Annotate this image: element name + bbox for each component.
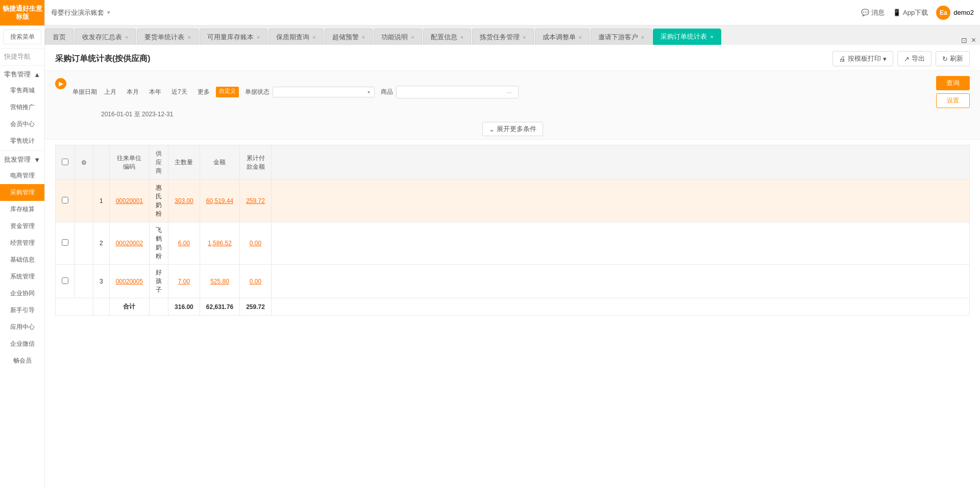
sidebar-item-chang-member[interactable]: 畅会员 (0, 352, 44, 369)
col-header-amount: 金额 (200, 145, 239, 180)
this-month-button[interactable]: 本月 (122, 87, 143, 97)
sidebar-item-purchase[interactable]: 采购管理 (0, 184, 44, 201)
goods-more-icon[interactable]: ··· (504, 88, 514, 96)
tab-close-icon[interactable]: × (125, 34, 128, 40)
select-all-checkbox[interactable] (62, 159, 68, 165)
row-qty[interactable]: 6.00 (168, 222, 200, 265)
query-button[interactable]: 查询 (936, 76, 970, 90)
tab-purchase-order-stats[interactable]: 采购订单统计表 × (653, 29, 721, 45)
footer-empty (56, 298, 93, 316)
expand-more-button[interactable]: ⌄ 展开更多条件 (482, 122, 543, 136)
tab-function-desc[interactable]: 功能说明 × (374, 29, 422, 45)
sidebar-item-retail-mall[interactable]: 零售商城 (0, 82, 44, 99)
row-amount[interactable]: 1,586.52 (200, 222, 239, 265)
sidebar-item-basic-info[interactable]: 基础信息 (0, 251, 44, 268)
user-menu[interactable]: Ea demo2 (936, 6, 974, 20)
sidebar-item-member-center[interactable]: 会员中心 (0, 116, 44, 133)
tab-pick-task[interactable]: 拣货任务管理 × (472, 29, 533, 45)
row-qty[interactable]: 7.00 (168, 265, 200, 298)
search-menu-button[interactable]: 搜索菜单 (3, 30, 41, 44)
col-header-gear[interactable]: ⚙ (75, 145, 93, 180)
tab-invite-downstream[interactable]: 邀请下游客户 × (591, 29, 652, 45)
sidebar-item-enterprise-wechat[interactable]: 企业微信 (0, 336, 44, 352)
tab-available-inventory[interactable]: 可用量库存账本 × (200, 29, 267, 45)
status-select[interactable]: ▾ (273, 87, 375, 97)
refresh-button[interactable]: ↻ 刷新 (936, 51, 970, 66)
tab-close-icon[interactable]: × (312, 34, 315, 40)
sidebar-item-system[interactable]: 系统管理 (0, 268, 44, 285)
tab-close-icon[interactable]: × (460, 34, 463, 40)
settings-button[interactable]: 设置 (936, 93, 970, 108)
sidebar-item-retail-stats[interactable]: 零售统计 (0, 133, 44, 149)
export-button[interactable]: ↗ 导出 (897, 51, 932, 66)
row-paid[interactable]: 0.00 (240, 265, 272, 298)
tab-close-icon[interactable]: × (362, 34, 365, 40)
sidebar-item-finance[interactable]: 资金管理 (0, 218, 44, 235)
col-header-index (93, 145, 110, 180)
row-select-checkbox[interactable] (62, 239, 68, 246)
tab-cost-adjust[interactable]: 成本调整单 × (535, 29, 590, 45)
topbar: 母婴行业演示账套 ▾ 💬 消息 📱 App下载 Ea demo2 (45, 0, 980, 25)
chevron-down-icon: ⌄ (489, 125, 495, 133)
tab-close-icon[interactable]: × (523, 34, 526, 40)
tab-requisition[interactable]: 要货单统计表 × (137, 29, 198, 45)
app-download-button[interactable]: 📱 App下载 (893, 8, 928, 17)
sidebar-item-inventory[interactable]: 库存核算 (0, 201, 44, 218)
tab-close-icon[interactable]: × (411, 34, 414, 40)
sidebar-item-app-center[interactable]: 应用中心 (0, 319, 44, 336)
sidebar-item-ecommerce[interactable]: 电商管理 (0, 167, 44, 184)
row-paid[interactable]: 0.00 (240, 222, 272, 265)
tab-label: 要货单统计表 (144, 33, 184, 42)
row-unit-code[interactable]: 00020005 (109, 265, 149, 298)
refresh-icon: ↻ (942, 55, 948, 63)
tabbar: 首页 收发存汇总表 × 要货单统计表 × 可用量库存账本 × 保质期查询 × 超… (45, 25, 980, 45)
custom-date-tag: 自定义 (216, 87, 239, 97)
sidebar-item-operations[interactable]: 经营管理 (0, 235, 44, 251)
tab-restore-button[interactable]: ⊡ (961, 36, 967, 44)
tab-label: 可用量库存账本 (207, 33, 254, 42)
tab-home[interactable]: 首页 (45, 29, 74, 45)
tab-label: 邀请下游客户 (598, 33, 638, 42)
print-dropdown-icon[interactable]: ▾ (883, 55, 887, 63)
sidebar-item-wholesale[interactable]: 批发管理 ▼ (0, 152, 44, 167)
tab-overstock-warning[interactable]: 超储预警 × (325, 29, 373, 45)
last-month-button[interactable]: 上月 (100, 87, 120, 97)
message-button[interactable]: 💬 消息 (861, 8, 885, 17)
tab-close-icon[interactable]: × (187, 34, 190, 40)
tab-close-icon[interactable]: × (579, 34, 582, 40)
sidebar-item-enterprise-collab[interactable]: 企业协同 (0, 285, 44, 302)
tab-config[interactable]: 配置信息 × (423, 29, 471, 45)
tab-close-icon[interactable]: × (257, 34, 260, 40)
print-button[interactable]: 🖨 按模板打印 ▾ (832, 51, 893, 66)
sidebar-item-marketing[interactable]: 营销推广 (0, 99, 44, 116)
row-qty[interactable]: 303.00 (168, 180, 200, 222)
sidebar-item-newbie-guide[interactable]: 新手引导 (0, 302, 44, 319)
row-select-checkbox[interactable] (62, 197, 68, 203)
quick-nav-label[interactable]: 快捷导航 (0, 49, 44, 64)
tab-shelf-life[interactable]: 保质期查询 × (268, 29, 323, 45)
date-range-display: 2016-01-01 至 2023-12-31 (101, 110, 970, 119)
filter-toggle-button[interactable]: ▶ (55, 78, 66, 89)
sidebar-divider-1 (0, 65, 44, 66)
row-select-checkbox[interactable] (62, 277, 68, 284)
sidebar-search-section: 搜索菜单 (0, 25, 44, 49)
goods-select[interactable]: ··· (396, 86, 519, 98)
this-year-button[interactable]: 本年 (145, 87, 165, 97)
tab-stock-summary[interactable]: 收发存汇总表 × (75, 29, 136, 45)
tab-close-icon[interactable]: × (710, 34, 713, 40)
tab-close-icon[interactable]: × (641, 34, 644, 40)
row-unit-code[interactable]: 00020001 (109, 180, 149, 222)
footer-paid: 259.72 (240, 298, 272, 316)
row-amount[interactable]: 60,519.44 (200, 180, 239, 222)
table-header-row: ⚙ 往来单位编码 供应商 主数量 金额 累计付款金额 (56, 145, 970, 180)
sidebar-item-retail-management[interactable]: 零售管理 ▲ (0, 67, 44, 82)
workspace-dropdown-icon[interactable]: ▾ (107, 9, 110, 16)
row-paid[interactable]: 259.72 (240, 180, 272, 222)
tab-close-window-button[interactable]: × (971, 36, 976, 45)
row-amount[interactable]: 525.80 (200, 265, 239, 298)
topbar-right: 💬 消息 📱 App下载 Ea demo2 (861, 6, 974, 20)
row-unit-code[interactable]: 00020002 (109, 222, 149, 265)
more-date-button[interactable]: 更多 (193, 87, 214, 97)
7days-button[interactable]: 近7天 (167, 87, 191, 97)
table-wrapper: ⚙ 往来单位编码 供应商 主数量 金额 累计付款金额 (45, 145, 980, 316)
